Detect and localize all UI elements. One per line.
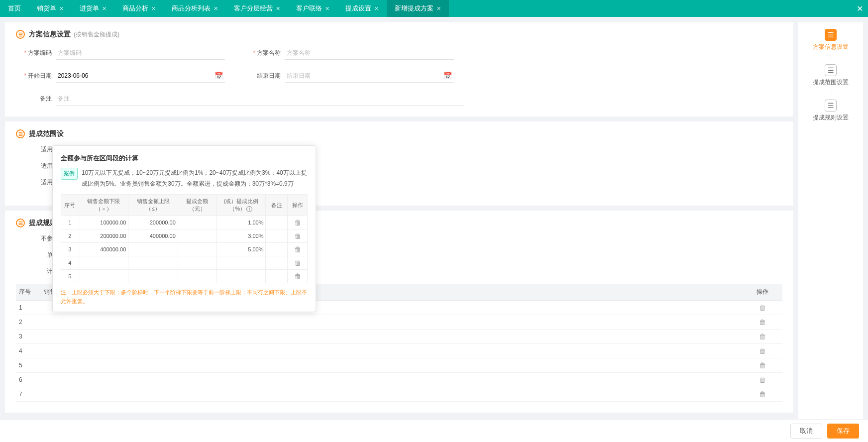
- delete-icon[interactable]: 🗑: [294, 219, 301, 226]
- section-icon: ☰: [16, 30, 25, 39]
- delete-icon[interactable]: 🗑: [759, 376, 766, 384]
- table-row: 2 🗑: [16, 315, 782, 330]
- section-title: ☰ 提成范围设: [16, 129, 782, 138]
- tooltip-title: 全额参与所在区间段的计算: [61, 154, 308, 163]
- delete-icon[interactable]: 🗑: [759, 332, 766, 340]
- section-title: ☰ 方案信息设置 (按销售金额提成): [16, 30, 782, 39]
- plan-code-label: 方案编码: [28, 49, 52, 56]
- close-icon[interactable]: ✕: [374, 0, 379, 17]
- table-row: 5 🗑: [61, 270, 308, 283]
- rail-step-3[interactable]: ☰ 提成规则设置: [798, 100, 863, 122]
- table-row: 3 400000.00 5.00% 🗑: [61, 243, 308, 256]
- remark-input[interactable]: [56, 92, 464, 106]
- tab-customer-tier[interactable]: 客户分层经营✕: [226, 0, 288, 17]
- example-table: 序号 销售金额下限（＞） 销售金额上限（≤） 提成金额（元） (或）提成比例（%…: [61, 194, 308, 283]
- col-op: 操作: [743, 284, 782, 301]
- tab-product-analysis[interactable]: 商品分析✕: [114, 0, 164, 17]
- close-icon[interactable]: ✕: [325, 0, 329, 17]
- remark-label: 备注: [40, 95, 52, 102]
- section-icon: ☰: [16, 129, 25, 138]
- cancel-button[interactable]: 取消: [790, 424, 822, 439]
- delete-icon[interactable]: 🗑: [294, 245, 301, 253]
- tab-commission-settings[interactable]: 提成设置✕: [337, 0, 387, 17]
- close-all-tabs-button[interactable]: ✕: [851, 4, 868, 13]
- tabs-bar: 首页 销货单✕ 进货单✕ 商品分析✕ 商品分析列表✕ 客户分层经营✕ 客户联络✕…: [0, 0, 868, 17]
- step-icon: ☰: [825, 64, 837, 76]
- close-icon[interactable]: ✕: [214, 0, 218, 17]
- delete-icon[interactable]: 🗑: [759, 390, 766, 398]
- tab-purchase-order[interactable]: 进货单✕: [72, 0, 114, 17]
- delete-icon[interactable]: 🗑: [294, 259, 301, 267]
- delete-icon[interactable]: 🗑: [759, 347, 766, 355]
- rail-step-2[interactable]: ☰ 提成范围设置: [798, 64, 863, 87]
- delete-icon[interactable]: 🗑: [759, 304, 766, 312]
- end-date-label: 结束日期: [257, 72, 281, 79]
- tab-sales-order[interactable]: 销货单✕: [29, 0, 72, 17]
- section-plan-info: ☰ 方案信息设置 (按销售金额提成) *方案编码 *方案名称 *开始日期: [5, 22, 793, 116]
- tab-home[interactable]: 首页: [0, 0, 29, 17]
- example-tooltip: 全额参与所在区间段的计算 案例 10万元以下无提成；10~20万元提成比例为1%…: [52, 145, 316, 312]
- close-icon[interactable]: ✕: [151, 0, 156, 17]
- col-remark: 备注: [285, 284, 743, 301]
- delete-icon[interactable]: 🗑: [294, 272, 301, 280]
- table-row: 4 🗑: [16, 344, 782, 358]
- close-icon[interactable]: ✕: [276, 0, 280, 17]
- table-row: 6 🗑: [16, 373, 782, 387]
- plan-name-input[interactable]: [285, 46, 454, 60]
- close-icon[interactable]: ✕: [102, 0, 107, 17]
- table-row: 7 🗑: [16, 387, 782, 402]
- tab-product-analysis-list[interactable]: 商品分析列表✕: [164, 0, 226, 17]
- col-idx: 序号: [16, 284, 41, 301]
- tab-new-commission-plan[interactable]: 新增提成方案✕: [387, 0, 449, 17]
- save-button[interactable]: 保存: [827, 424, 859, 439]
- delete-icon[interactable]: 🗑: [759, 361, 766, 369]
- section-icon: ☰: [16, 219, 25, 227]
- step-icon: ☰: [825, 29, 837, 41]
- plan-name-label: 方案名称: [257, 49, 281, 56]
- example-tag: 案例: [61, 168, 78, 180]
- start-date-label: 开始日期: [28, 72, 52, 79]
- info-icon: i: [246, 206, 252, 212]
- close-icon[interactable]: ✕: [436, 0, 441, 17]
- start-date-input[interactable]: [56, 69, 225, 83]
- close-icon[interactable]: ✕: [59, 0, 64, 17]
- footer-actions: 取消 保存: [0, 419, 868, 442]
- table-row: 4 🗑: [61, 256, 308, 270]
- delete-icon[interactable]: 🗑: [759, 318, 766, 326]
- step-rail: ☰ 方案信息设置 ☰ 提成范围设置 ☰ 提成规则设置: [798, 22, 863, 442]
- plan-code-input[interactable]: [56, 46, 225, 60]
- rail-step-1[interactable]: ☰ 方案信息设置: [798, 29, 863, 51]
- tab-customer-contact[interactable]: 客户联络✕: [288, 0, 337, 17]
- table-row: 5 🗑: [16, 358, 782, 373]
- tooltip-desc: 10万元以下无提成；10~20万元提成比例为1%；20~40万提成比例为3%；4…: [82, 168, 308, 189]
- table-row: 1 100000.00 200000.00 1.00% 🗑: [61, 216, 308, 229]
- table-row: 3 🗑: [16, 330, 782, 344]
- delete-icon[interactable]: 🗑: [294, 232, 301, 240]
- table-row: 2 200000.00 400000.00 3.00% 🗑: [61, 229, 308, 243]
- step-icon: ☰: [825, 100, 837, 111]
- end-date-input[interactable]: [285, 69, 454, 83]
- tooltip-note: 注：上限必须大于下限；多个阶梯时，下一个阶梯下限要等于前一阶梯上限；不同行之间下…: [61, 288, 308, 306]
